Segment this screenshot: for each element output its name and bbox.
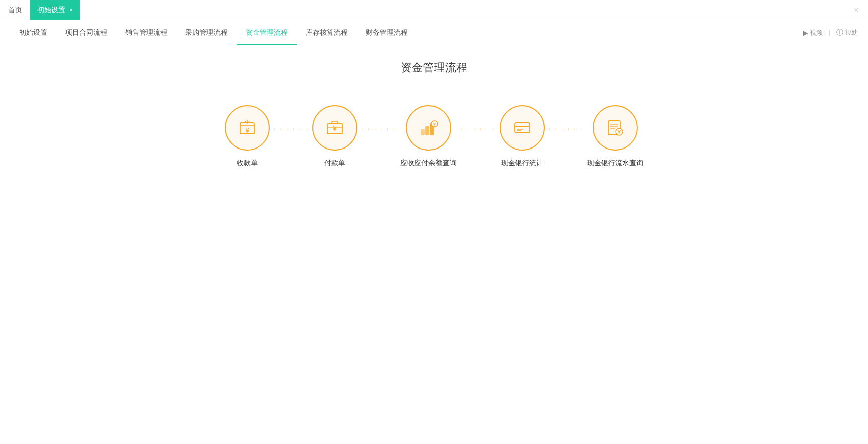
receipt-circle: ¥ xyxy=(225,105,270,151)
nav-bar: 初始设置 项目合同流程 销售管理流程 采购管理流程 资金管理流程 库存核算流程 … xyxy=(0,20,868,45)
bank-flow-circle: ¥ xyxy=(593,105,638,151)
receipt-icon: ¥ xyxy=(236,117,258,139)
flow-item-payment[interactable]: ¥ 付款单 xyxy=(312,105,357,168)
nav-project[interactable]: 项目合同流程 xyxy=(56,20,116,45)
play-circle-icon: ▶ xyxy=(803,29,808,37)
payment-circle: ¥ xyxy=(312,105,357,151)
page-title: 资金管理流程 xyxy=(401,60,467,75)
flow-item-balance[interactable]: ¥ 应收应付余额查询 xyxy=(400,105,457,168)
svg-rect-7 xyxy=(421,130,424,135)
connector-4: · · · · · · xyxy=(545,125,588,147)
nav-sales[interactable]: 销售管理流程 xyxy=(116,20,176,45)
receipt-label: 收款单 xyxy=(237,159,258,168)
question-icon: ⓘ xyxy=(836,28,843,37)
flow-item-receipt[interactable]: ¥ 收款单 xyxy=(225,105,270,168)
payment-label: 付款单 xyxy=(324,159,345,168)
window-close-icon[interactable]: × xyxy=(853,7,860,14)
help-label: 帮助 xyxy=(845,28,858,37)
svg-text:¥: ¥ xyxy=(245,127,249,134)
main-content: 资金管理流程 ¥ 收款单 · · · · · · xyxy=(0,45,868,183)
help-link[interactable]: ⓘ 帮助 xyxy=(836,28,858,37)
balance-circle: ¥ xyxy=(406,105,451,151)
nav-purchase[interactable]: 采购管理流程 xyxy=(176,20,237,45)
home-tab[interactable]: 首页 xyxy=(0,0,30,20)
active-tab-label: 初始设置 xyxy=(37,6,65,15)
nav-capital[interactable]: 资金管理流程 xyxy=(237,20,297,45)
connector-1: · · · · · · xyxy=(270,125,313,147)
flow-item-bank-flow[interactable]: ¥ 现金银行流水查询 xyxy=(587,105,643,168)
connector-3: · · · · · · xyxy=(457,125,500,147)
nav-init[interactable]: 初始设置 xyxy=(10,20,56,45)
active-tab[interactable]: 初始设置 × xyxy=(30,0,80,20)
top-bar: 首页 初始设置 × × xyxy=(0,0,868,20)
nav-bar-help: ▶ 视频 | ⓘ 帮助 xyxy=(803,28,858,37)
bank-stat-circle xyxy=(500,105,545,151)
connector-2: · · · · · · xyxy=(357,125,400,147)
flow-item-bank-stat[interactable]: 现金银行统计 xyxy=(500,105,545,168)
flow-container: ¥ 收款单 · · · · · · ¥ 付款单 xyxy=(158,105,710,168)
close-tab-icon[interactable]: × xyxy=(69,7,73,14)
bank-flow-icon: ¥ xyxy=(604,117,626,139)
bank-stat-icon xyxy=(511,117,533,139)
nav-inventory[interactable]: 库存核算流程 xyxy=(297,20,357,45)
svg-text:¥: ¥ xyxy=(433,123,436,126)
video-label: 视频 xyxy=(810,28,823,37)
nav-finance[interactable]: 财务管理流程 xyxy=(357,20,417,45)
svg-text:¥: ¥ xyxy=(333,125,337,132)
balance-label: 应收应付余额查询 xyxy=(400,159,457,168)
balance-icon: ¥ xyxy=(417,117,440,139)
video-help-link[interactable]: ▶ 视频 xyxy=(803,28,823,37)
payment-icon: ¥ xyxy=(324,117,346,139)
top-bar-right: × xyxy=(853,7,868,14)
svg-rect-12 xyxy=(515,123,530,133)
bank-flow-label: 现金银行流水查询 xyxy=(587,159,643,168)
bank-stat-label: 现金银行统计 xyxy=(501,159,543,168)
svg-rect-8 xyxy=(426,127,429,135)
